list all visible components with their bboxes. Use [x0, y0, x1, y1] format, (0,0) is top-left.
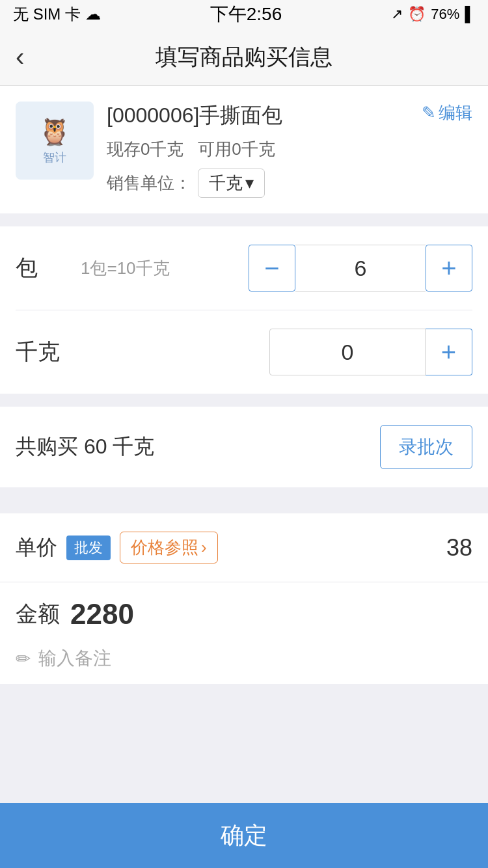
price-label: 单价: [16, 534, 57, 562]
product-icon-label: 智计: [43, 150, 66, 165]
price-value: 38: [446, 534, 472, 562]
edit-button[interactable]: ✎ 编辑: [422, 102, 472, 124]
bao-minus-button[interactable]: −: [249, 245, 295, 292]
price-left: 单价 批发 价格参照 ›: [16, 532, 218, 563]
kg-plus-button[interactable]: +: [426, 329, 472, 375]
remark-icon: ✏: [16, 648, 31, 670]
product-image: 🦉 智计: [16, 102, 94, 180]
product-info: [0000006]手撕面包 现存0千克 可用0千克 销售单位： 千克 ▾: [107, 102, 472, 198]
bao-controls: − +: [249, 245, 472, 292]
unit-label: 销售单位：: [107, 172, 191, 195]
price-ref-chevron-icon: ›: [201, 537, 207, 558]
product-icon: 🦉: [38, 116, 71, 147]
input-section: 包 1包=10千克 − + 千克 +: [0, 226, 488, 394]
amount-section: 金额 2280 ✏ 输入备注: [0, 582, 488, 684]
unit-select[interactable]: 千克 ▾: [198, 169, 265, 198]
remark-placeholder: 输入备注: [38, 646, 111, 671]
bao-label: 包: [16, 253, 68, 283]
kg-input[interactable]: [269, 329, 426, 375]
record-batch-button[interactable]: 录批次: [380, 425, 472, 469]
price-ref-button[interactable]: 价格参照 ›: [120, 532, 218, 563]
unit-dropdown-icon: ▾: [245, 173, 254, 193]
battery-icon: ▌: [465, 6, 475, 23]
amount-label: 金额: [16, 599, 60, 629]
product-stock: 现存0千克 可用0千克: [107, 138, 472, 161]
kg-input-row: 千克 +: [0, 310, 488, 394]
price-section: 单价 批发 价格参照 › 38: [0, 513, 488, 582]
stock-value: 现存0千克: [107, 139, 183, 159]
amount-row: 金额 2280: [16, 598, 472, 631]
batch-badge: 批发: [66, 536, 111, 560]
section-divider-2: [0, 394, 488, 407]
unit-value: 千克: [209, 172, 243, 195]
summary-text: 共购买 60 千克: [16, 433, 154, 461]
product-section-wrapper: 🦉 智计 [0000006]手撕面包 现存0千克 可用0千克 销售单位： 千克 …: [0, 86, 488, 213]
price-ref-label: 价格参照: [131, 536, 198, 559]
bao-plus-button[interactable]: +: [426, 245, 472, 292]
bao-hint: 1包=10千克: [81, 257, 170, 280]
product-unit-row: 销售单位： 千克 ▾: [107, 169, 472, 198]
product-name: [0000006]手撕面包: [107, 102, 472, 130]
bao-input-row: 包 1包=10千克 − +: [0, 226, 488, 310]
summary-section: 共购买 60 千克 录批次: [0, 407, 488, 487]
section-divider-1: [0, 213, 488, 226]
back-button[interactable]: ‹: [16, 42, 24, 72]
section-divider-3: [0, 487, 488, 500]
edit-label: 编辑: [439, 102, 472, 124]
battery-level: 76%: [431, 6, 459, 23]
status-time: 下午2:56: [210, 2, 282, 27]
product-section: 🦉 智计 [0000006]手撕面包 现存0千克 可用0千克 销售单位： 千克 …: [0, 86, 488, 213]
status-left: 无 SIM 卡 ☁: [13, 4, 101, 25]
back-chevron-icon: ‹: [16, 42, 24, 71]
sim-status: 无 SIM 卡 ☁: [13, 4, 101, 25]
bao-input[interactable]: [295, 245, 426, 292]
amount-value: 2280: [70, 598, 134, 631]
nav-bar: ‹ 填写商品购买信息: [0, 29, 488, 86]
confirm-button-label: 确定: [221, 820, 267, 852]
page-title: 填写商品购买信息: [156, 42, 332, 72]
kg-label: 千克: [16, 337, 68, 367]
edit-icon: ✎: [422, 103, 436, 123]
confirm-bar[interactable]: 确定: [0, 803, 488, 868]
status-bar: 无 SIM 卡 ☁ 下午2:56 ↗ ⏰ 76% ▌: [0, 0, 488, 29]
alarm-icon: ⏰: [408, 6, 426, 23]
remark-row[interactable]: ✏ 输入备注: [16, 641, 472, 676]
location-icon: ↗: [391, 6, 403, 23]
status-right: ↗ ⏰ 76% ▌: [391, 6, 475, 23]
kg-controls: +: [269, 329, 472, 375]
available-value: 可用0千克: [198, 139, 275, 159]
